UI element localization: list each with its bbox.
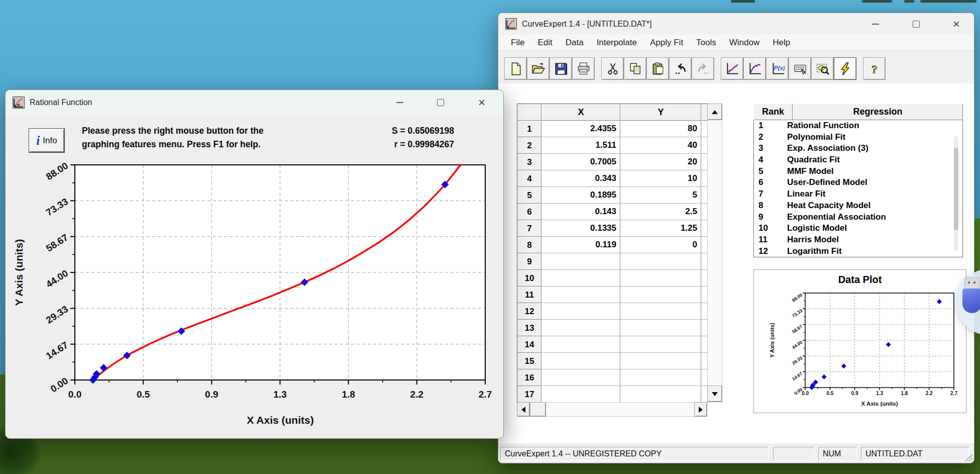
copy-button[interactable] [624, 57, 646, 80]
table-cell[interactable] [620, 303, 701, 320]
table-scroll-right-button[interactable] [694, 402, 707, 417]
regression-column-header[interactable]: Regression [793, 104, 963, 120]
table-cell[interactable] [541, 287, 620, 303]
regression-item[interactable]: 7Linear Fit [754, 188, 962, 200]
row-header-1[interactable]: 1 [517, 121, 541, 137]
regression-item[interactable]: 5MMF Model [754, 166, 962, 177]
regression-item[interactable]: 2Polynomial Fit [754, 132, 962, 143]
table-cell[interactable]: 0.1895 [541, 187, 620, 204]
nonlinear-fit-button[interactable] [743, 57, 766, 80]
pick-model-button[interactable] [789, 57, 811, 80]
table-cell[interactable]: 40 [620, 137, 701, 154]
row-header-11[interactable]: 11 [517, 287, 541, 303]
menu-apply-fit[interactable]: Apply Fit [643, 35, 690, 50]
table-scroll-down-button[interactable] [707, 386, 722, 402]
table-cell[interactable]: 2.5 [620, 204, 701, 220]
table-cell[interactable]: 0.1335 [541, 220, 620, 237]
row-header-2[interactable]: 2 [517, 137, 541, 154]
menu-edit[interactable]: Edit [531, 35, 559, 50]
menu-interpolate[interactable]: Interpolate [590, 35, 643, 50]
menu-tools[interactable]: Tools [690, 35, 723, 50]
paste-button[interactable] [646, 57, 669, 80]
column-header-y[interactable]: Y [620, 104, 701, 121]
new-file-button[interactable] [504, 57, 527, 80]
table-cell[interactable]: 0.119 [541, 237, 620, 253]
print-button[interactable] [572, 57, 595, 80]
fit-close-button[interactable]: × [470, 90, 493, 115]
table-horizontal-scrollbar-track[interactable] [546, 402, 694, 417]
row-header-16[interactable]: 16 [517, 369, 541, 386]
regression-item[interactable]: 6User-Defined Model [754, 177, 962, 188]
table-cell[interactable]: 1.25 [620, 220, 701, 237]
row-header-14[interactable]: 14 [517, 336, 541, 353]
row-header-3[interactable]: 3 [517, 154, 541, 170]
table-cell[interactable] [620, 336, 701, 353]
table-cell[interactable] [541, 253, 620, 270]
regression-item[interactable]: 3Exp. Association (3) [754, 143, 962, 154]
row-header-5[interactable]: 5 [517, 187, 541, 204]
save-file-button[interactable] [550, 57, 572, 80]
help-button[interactable]: ? [863, 57, 886, 80]
regression-item[interactable]: 10Logistic Model [754, 223, 962, 234]
curve-finder-button[interactable] [834, 57, 856, 80]
regression-scrollbar-track[interactable] [954, 136, 958, 251]
regression-item[interactable]: 12Logarithm Fit [754, 246, 962, 257]
table-cell[interactable] [620, 287, 701, 303]
fit-title-bar[interactable]: Rational Function × [6, 90, 503, 115]
table-vertical-scrollbar-track[interactable] [707, 120, 722, 386]
undo-button[interactable] [669, 57, 692, 80]
table-cell[interactable]: 1.511 [541, 137, 620, 154]
table-cell[interactable]: 0 [620, 237, 701, 253]
info-button[interactable]: i Info [29, 129, 64, 152]
table-cell[interactable] [620, 270, 701, 287]
row-header-9[interactable]: 9 [517, 253, 541, 270]
row-header-7[interactable]: 7 [517, 220, 541, 237]
table-cell[interactable] [541, 336, 620, 353]
table-cell[interactable] [541, 320, 620, 336]
regression-scrollbar-thumb[interactable] [954, 148, 958, 230]
menu-window[interactable]: Window [723, 35, 766, 50]
column-header-x[interactable]: X [541, 104, 620, 121]
menu-data[interactable]: Data [559, 35, 590, 50]
menu-file[interactable]: File [504, 35, 531, 50]
table-cell[interactable] [620, 353, 701, 369]
regression-item[interactable]: 11Harris Model [754, 234, 962, 246]
row-header-13[interactable]: 13 [517, 320, 541, 336]
table-horizontal-scrollbar-thumb[interactable] [530, 402, 546, 417]
table-scroll-left-button[interactable] [517, 402, 530, 417]
linear-fit-button[interactable] [721, 57, 743, 80]
table-cell[interactable]: 20 [620, 154, 701, 170]
regression-item[interactable]: 1Rational Function [754, 120, 962, 132]
table-cell[interactable]: 2.4355 [541, 121, 620, 137]
table-cell[interactable] [541, 386, 620, 403]
menu-help[interactable]: Help [766, 35, 797, 50]
row-header-10[interactable]: 10 [517, 270, 541, 287]
table-cell[interactable]: 0.343 [541, 170, 620, 187]
table-cell[interactable] [541, 369, 620, 386]
open-file-button[interactable] [527, 57, 550, 80]
row-header-6[interactable]: 6 [517, 204, 541, 220]
fit-maximize-button[interactable] [429, 90, 452, 115]
table-cell[interactable] [620, 386, 701, 403]
main-close-button[interactable]: × [945, 13, 968, 35]
row-header-4[interactable]: 4 [517, 170, 541, 187]
table-scroll-up-button[interactable] [707, 104, 722, 120]
polynomial-fit-button[interactable]: P(x) [766, 57, 789, 80]
zoom-data-button[interactable] [811, 57, 834, 80]
row-header-17[interactable]: 17 [517, 386, 541, 403]
row-header-15[interactable]: 15 [517, 353, 541, 369]
row-header-8[interactable]: 8 [517, 237, 541, 253]
rank-column-header[interactable]: Rank [753, 104, 793, 120]
table-cell[interactable]: 80 [620, 121, 701, 137]
table-cell[interactable] [541, 303, 620, 320]
main-title-bar[interactable]: CurveExpert 1.4 - [UNTITLED.DAT*] × [498, 13, 974, 35]
regression-item[interactable]: 9Exponential Association [754, 212, 962, 223]
table-cell[interactable]: 0.143 [541, 204, 620, 220]
regression-item[interactable]: 8Heat Capacity Model [754, 200, 962, 212]
table-cell[interactable]: 5 [620, 187, 701, 204]
redo-button[interactable] [692, 57, 714, 80]
table-cell[interactable] [620, 369, 701, 386]
cut-button[interactable] [601, 57, 624, 80]
table-cell[interactable] [620, 320, 701, 336]
regression-item[interactable]: 4Quadratic Fit [754, 154, 962, 166]
